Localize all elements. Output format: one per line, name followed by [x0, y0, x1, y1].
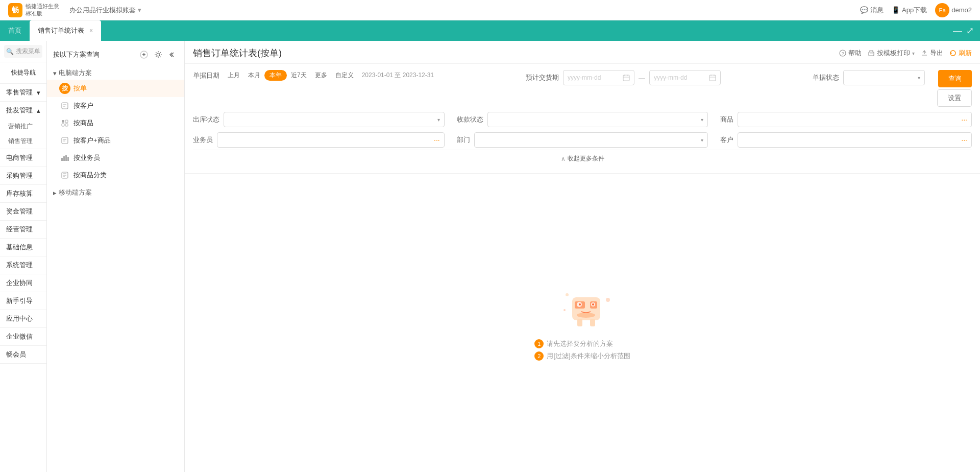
desktop-schemes-title[interactable]: ▾ 电脑端方案	[47, 66, 184, 80]
date-tab-this-month[interactable]: 本月	[244, 70, 264, 81]
scheme-by-category[interactable]: 按商品分类	[47, 167, 184, 184]
sidebar-ops-title[interactable]: 经营管理	[0, 221, 46, 238]
sidebar-item-marketing[interactable]: 营销推广	[0, 119, 46, 134]
scheme-by-customer-product[interactable]: 按客户+商品	[47, 132, 184, 149]
collapse-label: 收起更多条件	[568, 154, 604, 163]
sidebar-basic-title[interactable]: 基础信息	[0, 239, 46, 256]
expected-delivery-end-placeholder: yyyy-mm-dd	[654, 74, 687, 81]
svg-rect-30	[709, 75, 716, 81]
template-print-dropdown[interactable]: ▾	[912, 51, 915, 56]
app-download-btn[interactable]: 📱 App下载	[892, 6, 927, 15]
add-scheme-btn[interactable]	[138, 49, 150, 60]
customer-ellipsis[interactable]: ···	[961, 136, 967, 144]
department-select[interactable]: ▾	[474, 132, 708, 148]
scheme-settings-btn[interactable]	[153, 49, 164, 60]
search-menu-button[interactable]: 🔍 搜索菜单	[4, 45, 42, 58]
tab-maximize-icon[interactable]: ⤢	[966, 25, 974, 36]
sidebar-system-title[interactable]: 系统管理	[0, 256, 46, 274]
date-tab-custom[interactable]: 自定义	[331, 70, 358, 81]
tab-close-icon[interactable]: ×	[89, 27, 93, 34]
sidebar-retail-title[interactable]: 零售管理 ▾	[0, 84, 46, 101]
expected-delivery-end[interactable]: yyyy-mm-dd	[649, 70, 721, 85]
scheme-by-product[interactable]: 按商品	[47, 114, 184, 132]
query-button[interactable]: 查询	[938, 70, 972, 87]
scheme-by-customer[interactable]: 按客户	[47, 97, 184, 114]
sidebar-group-member: 畅会员	[0, 346, 46, 364]
sidebar-item-sales-mgmt[interactable]: 销售管理	[0, 134, 46, 149]
action-buttons: 查询 设置	[931, 70, 972, 107]
mobile-schemes-title[interactable]: ▸ 移动端方案	[47, 186, 184, 199]
sidebar-enterprise-wechat-title[interactable]: 企业微信	[0, 328, 46, 345]
sales-mgmt-label: 销售管理	[8, 137, 33, 145]
customer-select[interactable]: ···	[738, 132, 972, 148]
svg-point-37	[577, 313, 595, 318]
scheme-by-order[interactable]: 按 按单	[47, 80, 184, 97]
receipt-status-select[interactable]: ▾	[487, 112, 708, 127]
salesperson-ellipsis[interactable]: ···	[434, 136, 440, 144]
sidebar-member-title[interactable]: 畅会员	[0, 346, 46, 363]
sidebar-ecommerce-title[interactable]: 电商管理	[0, 149, 46, 167]
tab-sales-stat-label: 销售订单统计表	[38, 26, 84, 35]
receipt-status-label: 收款状态	[457, 115, 483, 124]
breadcrumb-dropdown-icon[interactable]: ▾	[138, 6, 141, 14]
product-ellipsis[interactable]: ···	[961, 115, 967, 124]
right-content: 销售订单统计表(按单) ? 帮助 按模板打印 ▾	[185, 41, 980, 472]
date-tab-this-year[interactable]: 本年	[264, 70, 287, 81]
date-tab-7days[interactable]: 近7天	[287, 70, 311, 81]
export-btn[interactable]: 导出	[921, 49, 943, 58]
svg-point-43	[592, 303, 594, 305]
quick-nav: 快捷导航	[0, 62, 46, 84]
template-print-btn[interactable]: 按模板打印 ▾	[868, 49, 915, 58]
ecommerce-label: 电商管理	[6, 153, 33, 162]
date-tab-more[interactable]: 更多	[311, 70, 331, 81]
left-panel: 按以下方案查询	[47, 41, 185, 472]
tab-minimize-icon[interactable]: —	[953, 26, 962, 36]
sidebar-finance-title[interactable]: 资金管理	[0, 203, 46, 220]
sidebar-purchase-title[interactable]: 采购管理	[0, 167, 46, 184]
tab-sales-stat[interactable]: 销售订单统计表 ×	[30, 20, 101, 41]
sidebar-search: 🔍 搜索菜单	[0, 41, 46, 62]
system-label: 系统管理	[6, 261, 33, 270]
sidebar-group-purchase: 采购管理	[0, 167, 46, 185]
user-area[interactable]: Ea demo2	[935, 3, 972, 17]
sidebar-collab-title[interactable]: 企业协同	[0, 274, 46, 292]
scheme-by-product-label: 按商品	[74, 119, 93, 128]
scheme-by-salesperson[interactable]: 按业务员	[47, 149, 184, 167]
sidebar-inventory-title[interactable]: 库存核算	[0, 185, 46, 202]
collab-label: 企业协同	[6, 278, 33, 288]
wholesale-arrow-icon: ▴	[37, 107, 40, 114]
order-status-select[interactable]: ▾	[843, 70, 925, 85]
refresh-btn[interactable]: 刷新	[949, 49, 972, 58]
stock-status-arrow: ▾	[437, 117, 440, 123]
settings-button[interactable]: 设置	[937, 89, 972, 107]
expected-delivery-start[interactable]: yyyy-mm-dd	[563, 70, 634, 85]
salesperson-select[interactable]: ···	[217, 132, 445, 148]
sidebar-newbie-title[interactable]: 新手引导	[0, 292, 46, 310]
sidebar-group-finance: 资金管理	[0, 203, 46, 221]
collapse-panel-btn[interactable]	[167, 49, 178, 60]
svg-rect-14	[61, 158, 63, 161]
svg-text:?: ?	[841, 51, 844, 56]
sidebar-item-quick-nav[interactable]: 快捷导航	[0, 64, 46, 81]
empty-tips: 1 请先选择要分析的方案 2 用[过滤]条件来缩小分析范围	[534, 339, 630, 364]
search-icon: 🔍	[6, 48, 14, 55]
app-download-label: App下载	[902, 6, 927, 15]
date-tab-last-month[interactable]: 上月	[224, 70, 244, 81]
product-select[interactable]: ···	[738, 112, 972, 127]
collapse-bar[interactable]: ∧ 收起更多条件	[193, 150, 972, 167]
tab-home[interactable]: 首页	[0, 20, 30, 41]
help-btn[interactable]: ? 帮助	[839, 49, 862, 58]
svg-rect-25	[870, 54, 873, 54]
message-btn[interactable]: 💬 消息	[860, 6, 884, 15]
stock-status-select[interactable]: ▾	[224, 112, 445, 127]
sidebar-group-ecommerce: 电商管理	[0, 149, 46, 167]
sidebar-app-center-title[interactable]: 应用中心	[0, 310, 46, 327]
app-center-label: 应用中心	[6, 314, 33, 323]
breadcrumb-area[interactable]: 办公用品行业模拟账套 ▾	[69, 6, 141, 15]
tab-bar: 首页 销售订单统计表 × — ⤢	[0, 20, 980, 41]
sidebar-wholesale-title[interactable]: 批发管理 ▴	[0, 102, 46, 119]
page-header: 销售订单统计表(按单) ? 帮助 按模板打印 ▾	[185, 41, 980, 64]
svg-rect-39	[590, 319, 595, 326]
svg-point-45	[606, 298, 610, 302]
refresh-label: 刷新	[959, 49, 972, 58]
